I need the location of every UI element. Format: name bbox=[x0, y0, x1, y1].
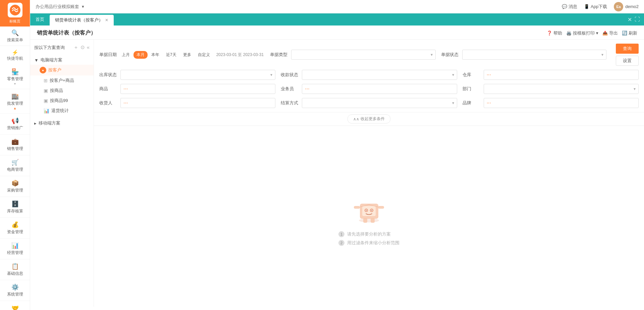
settlement-control[interactable] bbox=[302, 98, 457, 108]
quick-nav[interactable]: ⚡ 快捷导航 bbox=[0, 46, 30, 65]
sidebar-item-retail[interactable]: 🏪 零售管理 bbox=[0, 65, 30, 89]
sidebar-item-marketing[interactable]: 📢 营销推广 bbox=[0, 114, 30, 135]
order-type-control[interactable] bbox=[291, 50, 435, 60]
search-button[interactable]: 查询 bbox=[616, 44, 639, 54]
payment-label: 收款状态 bbox=[281, 72, 299, 78]
scheme-item-return-stat[interactable]: 📊 退货统计 bbox=[30, 106, 94, 116]
payment-control[interactable] bbox=[302, 70, 457, 80]
scheme-item-by-goods-99-label: 按商品99 bbox=[50, 98, 68, 104]
tab-close-icon[interactable]: ✕ bbox=[105, 18, 108, 22]
sidebar-item-basic[interactable]: 📋 基础信息 bbox=[0, 259, 30, 280]
filter-row-1: 单据日期 上月 本月 本年 近7天 更多 自定义 2023-03-01 至 20… bbox=[99, 44, 639, 66]
sidebar-item-wholesale[interactable]: 🏬 批发管理 ▲ bbox=[0, 89, 30, 114]
date-tab-7days[interactable]: 近7天 bbox=[163, 51, 179, 59]
close-window-icon[interactable]: ✕ bbox=[628, 16, 632, 23]
goods-control[interactable]: ··· bbox=[120, 84, 275, 94]
sidebar-item-inventory[interactable]: 🗄️ 库存核算 bbox=[0, 197, 30, 218]
msg-button[interactable]: 💬 消息 bbox=[562, 4, 577, 10]
tab-sales-stat[interactable]: 销货单统计表（按客户） ✕ bbox=[50, 15, 114, 25]
inventory-icon: 🗄️ bbox=[11, 200, 19, 208]
scheme-group-pc-label: 电脑端方案 bbox=[41, 57, 62, 63]
avatar-text: Ea bbox=[616, 5, 621, 9]
maximize-icon[interactable]: ⛶ bbox=[635, 16, 640, 22]
sidebar-item-operation[interactable]: 📊 经营管理 bbox=[0, 239, 30, 259]
retail-icon: 🏪 bbox=[11, 68, 19, 75]
settings-button[interactable]: 设置 bbox=[616, 56, 639, 66]
goods-dots: ··· bbox=[123, 86, 128, 92]
order-status-label: 单据状态 bbox=[441, 52, 460, 58]
sidebar-item-purchase[interactable]: 📦 采购管理 bbox=[0, 176, 30, 197]
user-menu[interactable]: Ea demo2 bbox=[614, 2, 639, 11]
order-status-control[interactable] bbox=[462, 50, 606, 60]
filter-settlement: 结算方式 bbox=[281, 98, 457, 108]
recipient-control[interactable]: ··· bbox=[120, 98, 275, 108]
header-right: 💬 消息 📱 App下载 Ea demo2 bbox=[562, 2, 639, 11]
header-dropdown[interactable]: ▾ bbox=[82, 4, 84, 9]
order-status-arrow bbox=[601, 52, 603, 57]
sidebar-item-ecommerce[interactable]: 🛒 电商管理 bbox=[0, 155, 30, 176]
svg-rect-12 bbox=[363, 218, 367, 223]
brand-control[interactable]: ··· bbox=[484, 98, 639, 108]
scheme-group-pc-header[interactable]: ▼ 电脑端方案 bbox=[30, 55, 94, 65]
print-button[interactable]: 🖨️ 按模板打印 ▾ bbox=[566, 30, 598, 36]
edit-scheme-icon[interactable]: ⊙ bbox=[80, 44, 85, 51]
print-label: 按模板打印 bbox=[573, 30, 595, 36]
wholesale-chevron: ▲ bbox=[13, 106, 17, 110]
refresh-icon: 🔄 bbox=[622, 31, 627, 36]
scheme-item-by-goods[interactable]: ▣ 按商品 bbox=[30, 86, 94, 96]
active-dot: ● bbox=[40, 67, 46, 73]
app-download-button[interactable]: 📱 App下载 bbox=[584, 4, 607, 10]
print-icon: 🖨️ bbox=[566, 31, 572, 36]
salesperson-control[interactable]: ··· bbox=[302, 84, 457, 94]
help-button[interactable]: ❓ 帮助 bbox=[547, 30, 562, 36]
shipment-label: 出库状态 bbox=[99, 72, 118, 78]
svg-point-8 bbox=[366, 210, 367, 211]
filter-salesperson: 业务员 ··· bbox=[281, 84, 457, 94]
return-stat-icon: 📊 bbox=[44, 108, 49, 113]
add-scheme-icon[interactable]: ＋ bbox=[73, 44, 78, 51]
finance-label: 资金管理 bbox=[7, 229, 23, 235]
department-control[interactable] bbox=[484, 84, 639, 94]
date-tab-more[interactable]: 更多 bbox=[180, 51, 194, 59]
scheme-item-by-customer-goods[interactable]: ⊞ 按客户+商品 bbox=[30, 75, 94, 86]
msg-label: 消息 bbox=[569, 4, 577, 10]
settlement-arrow bbox=[452, 101, 454, 105]
page-header: 销货单统计表（按客户） ❓ 帮助 🖨️ 按模板打印 ▾ 📤 导出 🔄 刷新 bbox=[30, 25, 644, 40]
scheme-group-mobile-header[interactable]: ▸ 移动端方案 bbox=[30, 118, 94, 128]
refresh-label: 刷新 bbox=[629, 30, 637, 36]
filter-panel-title: 按以下方案查询 bbox=[34, 45, 65, 51]
scheme-item-by-goods-99[interactable]: ▣ 按商品99 bbox=[30, 96, 94, 106]
search-icon: 🔍 bbox=[11, 29, 19, 37]
logo-icon bbox=[8, 3, 22, 17]
date-tab-custom[interactable]: 自定义 bbox=[195, 51, 213, 59]
date-tab-this-month[interactable]: 本月 bbox=[133, 51, 148, 59]
svg-point-9 bbox=[371, 210, 372, 211]
tab-home[interactable]: 首页 bbox=[30, 13, 50, 25]
filter-panel-header: 按以下方案查询 ＋ ⊙ « bbox=[30, 42, 94, 53]
collapse-panel-icon[interactable]: « bbox=[87, 44, 90, 51]
date-tab-last-month[interactable]: 上月 bbox=[119, 51, 133, 59]
date-tab-this-year[interactable]: 本年 bbox=[148, 51, 162, 59]
scheme-item-by-customer[interactable]: ● 按客户 bbox=[30, 65, 94, 75]
header-left: 办公用品行业模拟账套 ▾ bbox=[36, 4, 84, 10]
quick-nav-label: 快捷导航 bbox=[7, 56, 23, 61]
sidebar-search[interactable]: 🔍 搜索菜单 bbox=[0, 27, 30, 46]
empty-tip-2: 2 用过滤条件来缩小分析范围 bbox=[338, 240, 399, 246]
sidebar-item-sales[interactable]: 💼 销售管理 bbox=[0, 135, 30, 155]
scheme-group-mobile-label: 移动端方案 bbox=[39, 120, 60, 126]
filter-row-4: 收货人 ··· 结算方式 bbox=[99, 98, 639, 108]
export-button[interactable]: 📤 导出 bbox=[602, 30, 618, 36]
sidebar-item-system[interactable]: ⚙️ 系统管理 bbox=[0, 280, 30, 301]
collapse-button[interactable]: ∧∧ 收起更多条件 bbox=[347, 114, 390, 123]
date-tabs: 上月 本月 本年 近7天 更多 自定义 bbox=[119, 51, 213, 59]
shipment-control[interactable] bbox=[120, 70, 275, 80]
sidebar-item-cooperation[interactable]: 🤝 企业协同 bbox=[0, 301, 30, 310]
date-filter: 单据日期 上月 本月 本年 近7天 更多 自定义 2023-03-01 至 20… bbox=[99, 51, 265, 59]
logo-area[interactable]: 标账页 bbox=[0, 0, 30, 27]
refresh-button[interactable]: 🔄 刷新 bbox=[622, 30, 637, 36]
warehouse-control[interactable]: ··· bbox=[484, 70, 639, 80]
svg-point-1 bbox=[359, 218, 379, 222]
scheme-group-pc-chevron: ▼ bbox=[34, 58, 39, 63]
sidebar-item-finance[interactable]: 💰 资金管理 bbox=[0, 218, 30, 239]
finance-icon: 💰 bbox=[11, 221, 19, 228]
